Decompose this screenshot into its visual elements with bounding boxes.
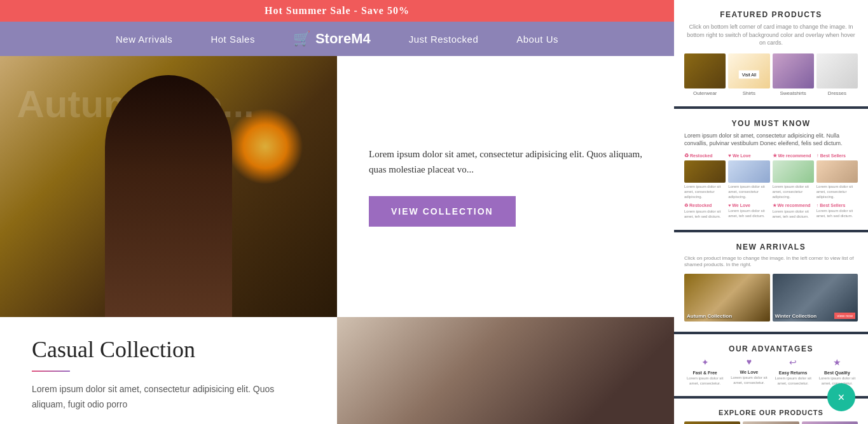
new-arrivals-section: NEW ARRIVALS Click on product image to c…	[674, 232, 868, 332]
brand-name: StoreM4	[315, 31, 371, 47]
explore-item-2[interactable]	[743, 421, 799, 424]
must-know-restocked-2[interactable]: ♻ Restocked Lorem ipsum dolor sit amet, …	[684, 203, 726, 220]
fast-free-text: Lorem ipsum dolor sit amet, consectetur.	[684, 376, 726, 386]
restocked-icon: ♻	[684, 153, 689, 159]
must-know-bestsellers[interactable]: ↑ Best Sellers Lorem ipsum dolor sit ame…	[816, 153, 858, 199]
bestsellers-icon: ↑	[816, 153, 819, 159]
featured-item-outerwear[interactable]: Outerwear	[684, 53, 726, 96]
hero-section: Autumn Co... Lorem ipsum dolor sit amet,…	[0, 56, 674, 317]
autumn-label: Autumn Collection	[687, 313, 732, 319]
view-collection-button[interactable]: VIEW COLLECTION	[369, 196, 516, 227]
winter-view-btn[interactable]: view now	[834, 313, 855, 319]
sale-banner-text: Hot Summer Sale - Save 50%	[265, 5, 410, 16]
sweatshirts-img	[773, 53, 814, 88]
explore-item-1[interactable]	[684, 421, 740, 424]
mk2-recommend-title: ★ We recommend	[773, 203, 814, 208]
arrivals-autumn[interactable]: Autumn Collection	[684, 274, 770, 322]
must-know-restocked[interactable]: ♻ Restocked Lorem ipsum dolor sit amet, …	[684, 153, 726, 199]
new-arrivals-grid: Autumn Collection Winter Collection view…	[684, 274, 858, 322]
nav-just-restocked[interactable]: Just Restocked	[409, 34, 479, 45]
new-arrivals-title: NEW ARRIVALS	[684, 243, 858, 251]
featured-title: FEATURED PRODUCTS	[684, 10, 858, 19]
advantages-title: OUR ADVANTAGES	[684, 344, 858, 353]
recommend-icon: ★	[773, 153, 777, 159]
dresses-label: Dresses	[816, 90, 858, 96]
advantage-we-love: ♥ We Love Lorem ipsum dolor sit amet, co…	[728, 357, 769, 386]
collection-body: Lorem ipsum dolor sit amet, consectetur …	[32, 382, 305, 413]
navbar: New Arrivals Hot Sales 🛒 StoreM4 Just Re…	[0, 22, 674, 56]
hero-right: Lorem ipsum dolor sit amet, consectetur …	[337, 56, 674, 317]
collection-title: Casual Collection	[32, 336, 305, 363]
mk-restocked-title: ♻ Restocked	[684, 153, 726, 159]
arrivals-winter[interactable]: Winter Collection view now	[773, 274, 858, 322]
mk2-recommend-text: Lorem ipsum dolor sit amet, teh sed dict…	[773, 209, 814, 220]
outerwear-label: Outerwear	[684, 90, 726, 96]
must-know-recommend[interactable]: ★ We recommend Lorem ipsum dolor sit ame…	[773, 153, 814, 199]
welove-icon: ♥	[728, 153, 731, 159]
close-icon: ×	[837, 390, 844, 405]
must-know-welove[interactable]: ♥ We Love Lorem ipsum dolor sit amet, co…	[728, 153, 769, 199]
close-button[interactable]: ×	[827, 383, 855, 411]
explore-item-3[interactable]	[802, 421, 858, 424]
title-divider	[32, 371, 70, 372]
bottom-left: Casual Collection Lorem ipsum dolor sit …	[0, 317, 337, 424]
must-know-recommend-2[interactable]: ★ We recommend Lorem ipsum dolor sit ame…	[773, 203, 814, 220]
must-know-grid: ♻ Restocked Lorem ipsum dolor sit amet, …	[684, 153, 858, 199]
best-quality-title: Best Quality	[816, 371, 858, 375]
featured-item-shirts[interactable]: Visit All Shirts	[728, 53, 769, 96]
hero-bg: Autumn Co...	[0, 56, 337, 317]
must-know-bestsellers-2[interactable]: ↑ Best Sellers Lorem ipsum dolor sit ame…	[816, 203, 858, 220]
bottom-section: Casual Collection Lorem ipsum dolor sit …	[0, 317, 674, 424]
mk-restocked-img	[684, 160, 726, 183]
advantage-easy-returns: ↩ Easy Returns Lorem ipsum dolor sit ame…	[773, 357, 814, 386]
outerwear-img	[684, 53, 726, 88]
bottom-right-bg	[337, 317, 674, 424]
mk-welove-img	[728, 160, 769, 183]
nav-hot-sales[interactable]: Hot Sales	[210, 34, 255, 45]
easy-returns-icon: ↩	[773, 357, 814, 368]
dresses-img	[816, 53, 858, 88]
sidebar: FEATURED PRODUCTS Click on bottom left c…	[674, 0, 868, 424]
mk-recommend-img	[773, 160, 814, 183]
featured-item-sweatshirts[interactable]: Sweatshirts	[773, 53, 814, 96]
featured-products-section: FEATURED PRODUCTS Click on bottom left c…	[674, 0, 868, 106]
mk-restocked-text: Lorem ipsum dolor sit amet, consectetur …	[684, 185, 726, 199]
shirts-label: Shirts	[728, 90, 769, 96]
must-know-welove-2[interactable]: ♥ We Love Lorem ipsum dolor sit amet, te…	[728, 203, 769, 220]
easy-returns-title: Easy Returns	[773, 371, 814, 375]
mk-bestsellers-text: Lorem ipsum dolor sit amet, consectetur …	[816, 185, 858, 199]
advantage-fast-free: ✦ Fast & Free Lorem ipsum dolor sit amet…	[684, 357, 726, 386]
cart-icon: 🛒	[293, 31, 310, 47]
mk-bestsellers-img	[816, 160, 858, 183]
we-love-title: We Love	[728, 370, 769, 374]
winter-label: Winter Collection	[775, 313, 817, 319]
we-love-text: Lorem ipsum dolor sit amet, consectetur.	[728, 376, 769, 386]
mk2-welove-text: Lorem ipsum dolor sit amet, teh sed dict…	[728, 209, 769, 219]
mk2-restocked-title: ♻ Restocked	[684, 203, 726, 208]
featured-grid: Outerwear Visit All Shirts Sweatshirts D…	[684, 53, 858, 96]
mk2-restocked-text: Lorem ipsum dolor sit amet, teh sed dict…	[684, 209, 726, 220]
we-love-icon: ♥	[728, 357, 769, 367]
hero-left: Autumn Co...	[0, 56, 337, 317]
featured-item-dresses[interactable]: Dresses	[816, 53, 858, 96]
hero-description: Lorem ipsum dolor sit amet, consectetur …	[369, 146, 642, 177]
easy-returns-text: Lorem ipsum dolor sit amet, consectetur.	[773, 376, 814, 386]
navbar-brand: 🛒 StoreM4	[293, 31, 371, 47]
nav-new-arrivals[interactable]: New Arrivals	[116, 34, 172, 45]
must-know-title: YOU MUST KNOW	[684, 119, 858, 128]
fast-free-title: Fast & Free	[684, 371, 726, 375]
explore-grid	[684, 421, 858, 424]
must-know-header: Lorem ipsum dolor sit amet, consectetur …	[684, 132, 858, 148]
visit-all-button[interactable]: Visit All	[739, 71, 759, 79]
mk-welove-text: Lorem ipsum dolor sit amet, consectetur …	[728, 185, 769, 199]
main-content: Hot Summer Sale - Save 50% New Arrivals …	[0, 0, 674, 424]
new-arrivals-desc: Click on product image to change the ima…	[684, 255, 858, 269]
explore-title: EXPLORE OUR PRODUCTS	[684, 409, 858, 416]
mk-welove-title: ♥ We Love	[728, 153, 769, 159]
must-know-section: YOU MUST KNOW Lorem ipsum dolor sit amet…	[674, 109, 868, 230]
featured-subtitle: Click on bottom left corner of card imag…	[684, 23, 858, 47]
nav-about-us[interactable]: About Us	[516, 34, 558, 45]
best-quality-icon: ★	[816, 357, 858, 368]
fast-free-icon: ✦	[684, 357, 726, 368]
mk2-bestsellers-title: ↑ Best Sellers	[816, 203, 858, 208]
